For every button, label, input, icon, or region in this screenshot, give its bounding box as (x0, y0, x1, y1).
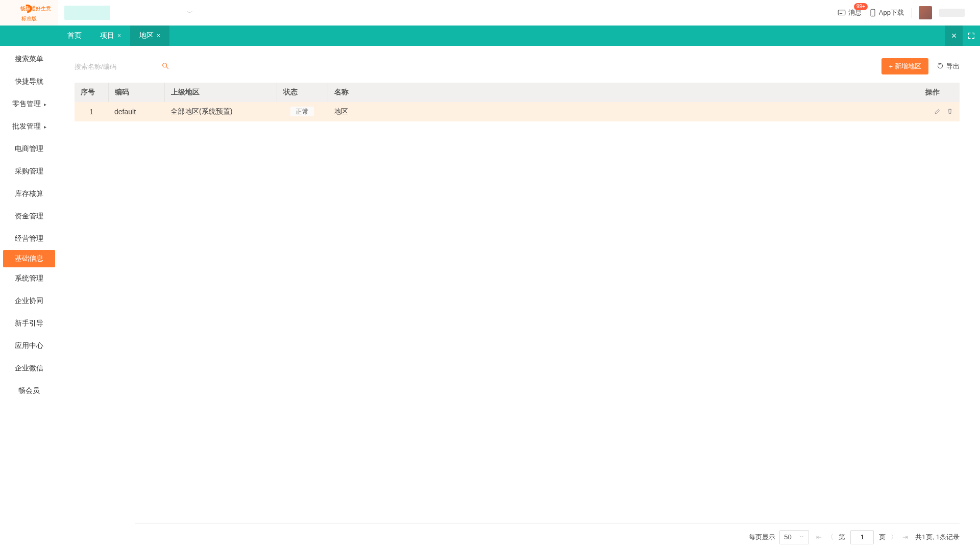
region-table: 序号 编码 上级地区 状态 名称 操作 1 default 全部地区(系统预置)… (75, 83, 960, 121)
avatar[interactable] (919, 6, 932, 19)
sidebar-item-wholesale[interactable]: 批发管理▸ (0, 115, 58, 138)
cell-code: default (108, 102, 164, 121)
sidebar-item-app-center[interactable]: 应用中心 (0, 335, 58, 357)
first-page-button[interactable]: ⇤ (816, 533, 822, 541)
tabs-bar: 首页 项目 × 地区 × (0, 26, 980, 46)
cell-name: 地区 (328, 102, 919, 121)
messages-button[interactable]: 消息 99+ (837, 8, 862, 17)
app-download-button[interactable]: App下载 (869, 8, 904, 17)
edit-icon[interactable] (934, 108, 941, 116)
last-page-button[interactable]: ⇥ (902, 533, 908, 541)
sidebar-item-label: 企业微信 (15, 364, 43, 373)
sidebar-item-purchase[interactable]: 采购管理 (0, 160, 58, 183)
export-icon (937, 62, 944, 71)
delete-icon[interactable] (946, 108, 953, 116)
close-icon (951, 31, 957, 41)
logo-subtitle: 标准版 (21, 15, 37, 22)
sidebar-item-label: 新手引导 (15, 319, 43, 328)
page-size-label: 每页显示 (749, 533, 775, 542)
page-total: 共1页, 1条记录 (915, 533, 960, 542)
tab-region[interactable]: 地区 × (130, 26, 169, 46)
prev-page-button[interactable]: 〈 (827, 533, 834, 542)
search (75, 60, 182, 73)
sidebar-item-label: 零售管理 (12, 99, 41, 109)
add-region-button[interactable]: + 新增地区 (881, 58, 928, 74)
close-tab-button[interactable] (945, 26, 963, 46)
sidebar-item-guide[interactable]: 新手引导 (0, 312, 58, 335)
phone-icon (869, 8, 877, 17)
toolbar: + 新增地区 导出 (75, 56, 960, 77)
sidebar-item-wechat-work[interactable]: 企业微信 (0, 357, 58, 380)
sidebar-item-label: 基础信息 (15, 254, 43, 263)
caret-right-icon: ▸ (44, 102, 46, 107)
page-suffix: 页 (879, 533, 886, 542)
close-icon[interactable]: × (157, 32, 160, 39)
table-row[interactable]: 1 default 全部地区(系统预置) 正常 地区 (75, 102, 960, 121)
org-switcher[interactable] (64, 6, 110, 20)
th-name[interactable]: 名称 (328, 83, 919, 102)
user-name[interactable] (939, 9, 965, 17)
sidebar-item-label: 畅会员 (18, 386, 40, 395)
sidebar-item-quick-nav[interactable]: 快捷导航 (0, 70, 58, 93)
sidebar-item-member[interactable]: 畅会员 (0, 380, 58, 402)
sidebar-item-collab[interactable]: 企业协同 (0, 290, 58, 312)
cell-status: 正常 (277, 102, 328, 121)
header-right: 消息 99+ App下载 (837, 0, 980, 26)
expand-icon (967, 32, 975, 40)
page-size-value: 50 (784, 533, 791, 541)
svg-rect-1 (838, 10, 845, 15)
sidebar-item-label: 电商管理 (15, 144, 43, 154)
sidebar-item-ecommerce[interactable]: 电商管理 (0, 138, 58, 160)
th-status[interactable]: 状态 (277, 83, 328, 102)
th-ops[interactable]: 操作 (919, 83, 960, 102)
svg-point-4 (163, 63, 167, 67)
sidebar-item-funds[interactable]: 资金管理 (0, 205, 58, 228)
tab-label: 地区 (139, 31, 154, 40)
caret-right-icon: ▸ (44, 124, 46, 130)
chevron-down-icon: ﹀ (799, 534, 804, 541)
sidebar-item-label: 库存核算 (15, 189, 43, 198)
next-page-button[interactable]: 〉 (891, 533, 897, 542)
sidebar-item-inventory[interactable]: 库存核算 (0, 183, 58, 205)
app-download-label: App下载 (879, 8, 904, 17)
add-region-label: 新增地区 (895, 62, 921, 71)
table-header-row: 序号 编码 上级地区 状态 名称 操作 (75, 83, 960, 102)
page-input[interactable] (850, 530, 874, 544)
cell-parent: 全部地区(系统预置) (164, 102, 277, 121)
divider (911, 8, 912, 18)
sidebar-item-operations[interactable]: 经营管理 (0, 228, 58, 250)
sidebar-item-label: 系统管理 (15, 274, 43, 283)
sidebar-item-label: 经营管理 (15, 234, 43, 243)
sidebar-item-label: 企业协同 (15, 296, 43, 306)
page-size-select[interactable]: 50 ﹀ (779, 530, 809, 544)
chevron-down-icon[interactable]: ﹀ (187, 9, 193, 17)
export-button[interactable]: 导出 (937, 62, 960, 71)
sidebar-item-basic-info[interactable]: 基础信息 (3, 250, 55, 267)
sidebar-item-label: 快捷导航 (15, 77, 43, 86)
search-icon[interactable] (161, 62, 169, 71)
message-icon (837, 8, 846, 17)
tab-project[interactable]: 项目 × (91, 26, 130, 46)
messages-badge: 99+ (854, 3, 868, 10)
close-icon[interactable]: × (117, 32, 121, 39)
header-top: 畅捷通好生意 标准版 ﹀ 消息 99+ App下载 (0, 0, 980, 26)
tab-label: 首页 (67, 31, 82, 40)
search-input[interactable] (75, 60, 161, 73)
fullscreen-button[interactable] (963, 26, 980, 46)
sidebar-item-retail[interactable]: 零售管理▸ (0, 93, 58, 115)
tab-home[interactable]: 首页 (58, 26, 91, 46)
plus-icon: + (889, 63, 893, 70)
th-parent[interactable]: 上级地区 (164, 83, 277, 102)
logo-brand: 畅捷通好生意 (20, 5, 51, 12)
sidebar-item-system[interactable]: 系统管理 (0, 267, 58, 290)
svg-point-3 (872, 15, 873, 15)
sidebar-item-label: 批发管理 (12, 122, 41, 131)
export-label: 导出 (946, 62, 960, 71)
sidebar-item-label: 资金管理 (15, 212, 43, 221)
th-seq[interactable]: 序号 (75, 83, 108, 102)
th-code[interactable]: 编码 (108, 83, 164, 102)
status-badge: 正常 (290, 107, 314, 116)
sidebar-item-search-menu[interactable]: 搜索菜单 (0, 48, 58, 70)
pagination: 每页显示 50 ﹀ ⇤ 〈 第 页 〉 ⇥ 共1页, 1条记录 (135, 523, 960, 543)
logo[interactable]: 畅捷通好生意 标准版 (0, 0, 58, 26)
